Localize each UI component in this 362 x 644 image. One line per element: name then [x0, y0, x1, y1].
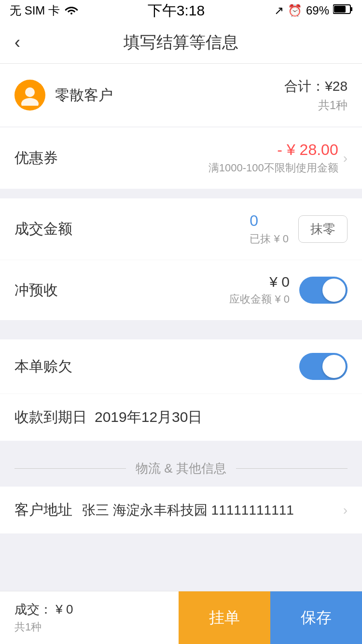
prepay-right: ¥ 0 应收金额 ¥ 0	[229, 274, 348, 307]
debt-row: 本单赊欠	[0, 339, 362, 394]
debt-label: 本单赊欠	[14, 357, 72, 377]
bottom-info: 成交： ¥ 0 共1种	[0, 601, 179, 634]
logistics-divider: 物流 & 其他信息	[0, 450, 362, 487]
content: 零散客户 合计：¥28 共1种 优惠券 - ¥ 28.00 满1000-100不…	[0, 64, 362, 591]
total-amount: 合计：¥28	[284, 77, 348, 96]
address-label: 客户地址	[14, 500, 72, 520]
coupon-right: - ¥ 28.00 满1000-100不限制使用金额 ›	[209, 141, 348, 175]
status-right: ↗ ⏰ 69%	[274, 4, 352, 17]
svg-rect-1	[350, 7, 352, 11]
amount-value: 0	[250, 212, 289, 230]
divider-line-left	[14, 468, 126, 469]
address-chevron-icon: ›	[343, 503, 348, 518]
address-row[interactable]: 客户地址 张三 海淀永丰科技园 11111111111 ›	[0, 487, 362, 533]
coupon-desc: 满1000-100不限制使用金额	[209, 161, 338, 175]
due-date-row: 收款到期日 2019年12月30日	[0, 394, 362, 441]
nav-bar: ‹ 填写结算等信息	[0, 21, 362, 64]
round-off-button[interactable]: 抹零	[298, 215, 348, 243]
coupon-amount: - ¥ 28.00	[209, 141, 338, 159]
svg-point-3	[25, 87, 35, 97]
battery-icon	[333, 4, 352, 17]
debt-section: 本单赊欠 收款到期日 2019年12月30日	[0, 339, 362, 441]
prepay-main-amount: ¥ 0	[229, 274, 290, 290]
debt-toggle[interactable]	[299, 353, 348, 380]
toggle-knob	[322, 279, 346, 302]
transaction-amount-row: 成交金额 0 已抹 ¥ 0 抹零	[0, 198, 362, 260]
prepayment-toggle[interactable]	[299, 277, 348, 304]
location-icon: ↗	[274, 4, 284, 17]
back-button[interactable]: ‹	[14, 32, 20, 53]
bottom-count: 共1种	[14, 620, 164, 634]
customer-left: 零散客户	[14, 80, 113, 111]
alarm-icon: ⏰	[288, 4, 302, 17]
trade-amount: ¥ 0	[56, 602, 73, 616]
item-count: 共1种	[284, 98, 348, 113]
coupon-section[interactable]: 优惠券 - ¥ 28.00 满1000-100不限制使用金额 ›	[0, 127, 362, 189]
amount-sub: 已抹 ¥ 0	[250, 232, 289, 246]
prepay-sub-amount: 应收金额 ¥ 0	[229, 292, 290, 307]
status-time: 下午3:18	[148, 1, 205, 21]
svg-rect-2	[334, 6, 346, 13]
battery-text: 69%	[306, 4, 329, 17]
prepay-amounts: ¥ 0 应收金额 ¥ 0	[229, 274, 290, 307]
due-date-value: 2019年12月30日	[95, 407, 202, 427]
hold-button[interactable]: 挂单	[179, 591, 270, 644]
amount-info: 0 已抹 ¥ 0	[250, 212, 289, 246]
coupon-chevron-icon: ›	[343, 151, 348, 166]
carrier-text: 无 SIM 卡	[10, 3, 60, 18]
save-button[interactable]: 保存	[270, 591, 362, 644]
section-divider-1	[0, 330, 362, 339]
trade-label: 成交：	[14, 602, 52, 616]
status-left: 无 SIM 卡	[10, 3, 78, 18]
avatar	[14, 80, 45, 111]
due-date-label: 收款到期日	[14, 407, 87, 427]
status-bar: 无 SIM 卡 下午3:18 ↗ ⏰ 69%	[0, 0, 362, 21]
bottom-bar: 成交： ¥ 0 共1种 挂单 保存	[0, 591, 362, 644]
svg-point-4	[21, 98, 39, 106]
customer-section: 零散客户 合计：¥28 共1种	[0, 64, 362, 126]
customer-name: 零散客户	[55, 85, 113, 105]
transaction-label: 成交金额	[14, 219, 72, 239]
address-value: 张三 海淀永丰科技园 11111111111	[82, 501, 343, 519]
customer-right: 合计：¥28 共1种	[284, 77, 348, 113]
logistics-label: 物流 & 其他信息	[136, 460, 226, 477]
amount-right: 0 已抹 ¥ 0 抹零	[250, 212, 348, 246]
prepayment-label: 冲预收	[14, 280, 58, 300]
debt-toggle-knob	[322, 355, 346, 378]
coupon-label: 优惠券	[14, 148, 58, 168]
bottom-trade: 成交： ¥ 0	[14, 601, 164, 618]
wifi-icon	[65, 4, 78, 17]
divider-line-right	[236, 468, 348, 469]
prepayment-row: 冲预收 ¥ 0 应收金额 ¥ 0	[0, 260, 362, 320]
nav-title: 填写结算等信息	[124, 31, 238, 54]
transaction-section: 成交金额 0 已抹 ¥ 0 抹零 冲预收 ¥ 0 应收金额 ¥ 0	[0, 198, 362, 320]
